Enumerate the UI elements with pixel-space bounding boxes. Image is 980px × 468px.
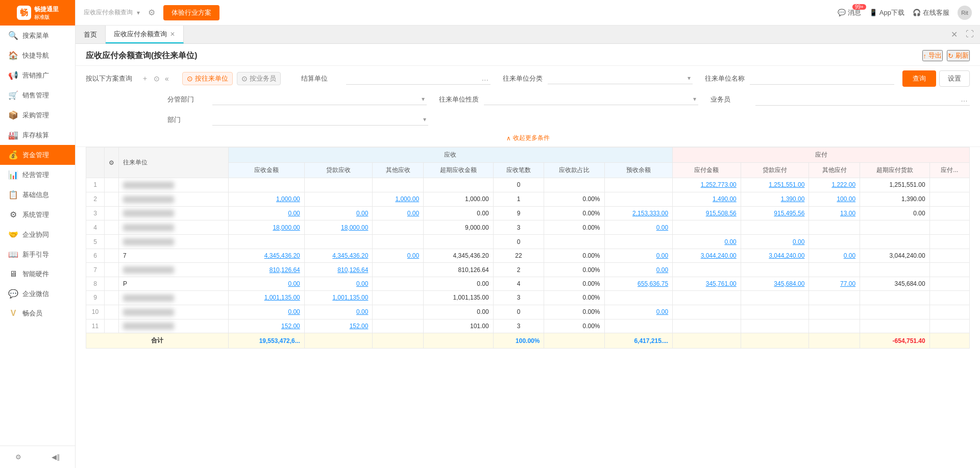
- page-header: 应收应付余额查询(按往来单位) ↑ 导出 ↻ 刷新: [76, 44, 980, 66]
- filter-controls: ＋ ⊙ «: [140, 73, 170, 84]
- sidebar-logo-icon: 畅: [17, 6, 31, 20]
- managed-dept-field: 分管部门 ▾: [167, 91, 427, 107]
- staff-field: 业务员 …: [710, 91, 970, 108]
- staff-dots-icon[interactable]: …: [961, 95, 968, 103]
- tab-close-window-icon[interactable]: ✕: [949, 29, 960, 40]
- sidebar-item-sales[interactable]: 🛒 销售管理: [0, 85, 75, 105]
- tab-expand-icon[interactable]: ⛶: [964, 29, 976, 40]
- header-right: 💬 消息 99+ 📱 App下载 🎧 在线客服 Rit: [838, 6, 972, 20]
- sales-icon: 🛒: [8, 90, 18, 100]
- home-icon: 🏠: [8, 51, 18, 60]
- col-ar-count: 应收笔数: [493, 163, 544, 178]
- hardware-icon: 🖥: [8, 269, 18, 279]
- table-row: 674,345,436.204,345,436.200.004,345,436.…: [86, 249, 970, 263]
- sidebar-settings-btn[interactable]: ⚙: [10, 450, 27, 464]
- scheme-staff-icon: ⊙: [241, 75, 248, 83]
- tab-ar-ap[interactable]: 应收应付余额查询 ✕: [106, 26, 184, 43]
- collapse-button[interactable]: ∧ 收起更多条件: [506, 134, 550, 142]
- table-row: 30.000.000.000.0090.00%2,153,333.00915,5…: [86, 206, 970, 220]
- sidebar-item-vip[interactable]: V 畅会员: [0, 304, 75, 323]
- sidebar-item-system[interactable]: ⚙ 系统管理: [0, 205, 75, 225]
- guide-icon: 📖: [8, 250, 18, 259]
- system-icon: ⚙: [8, 210, 18, 219]
- header-gear-icon[interactable]: ⚙: [146, 6, 157, 19]
- messages-badge: 99+: [852, 4, 866, 10]
- col-settings[interactable]: ⚙: [105, 147, 119, 178]
- table-row: 100.000.000.0000.00%0.00: [86, 305, 970, 319]
- managed-dept-down-icon[interactable]: ▾: [422, 95, 425, 103]
- sidebar-item-search[interactable]: 🔍 搜索菜单: [0, 26, 75, 45]
- total-ap-overdue: -654,751.40: [860, 333, 930, 349]
- action-buttons-top: 查询 设置: [902, 70, 970, 87]
- tab-close-icon[interactable]: ✕: [170, 31, 175, 38]
- sidebar-item-cooperation[interactable]: 🤝 企业协同: [0, 225, 75, 244]
- export-button[interactable]: ↑ 导出: [922, 50, 943, 61]
- basic-icon: 📋: [8, 190, 18, 200]
- table-row: 7810,126.64810,126.64810,126.6420.00%0.0…: [86, 263, 970, 277]
- filter-area: 按以下方案查询 ＋ ⊙ « ⊙ 按往来单位 ⊙ 按业务员: [76, 66, 980, 147]
- unit-nature-field: 往来单位性质 ▾: [439, 91, 698, 107]
- unit-name-input[interactable]: [750, 72, 894, 85]
- inventory-icon: 🏭: [8, 130, 18, 140]
- query-button[interactable]: 查询: [902, 70, 936, 87]
- avatar: Rit: [958, 6, 972, 20]
- scheme-by-unit[interactable]: ⊙ 按往来单位: [182, 72, 233, 85]
- col-ap-loan: 贷款应付: [741, 163, 809, 178]
- unit-nature-down-icon[interactable]: ▾: [693, 95, 696, 103]
- setting-button[interactable]: 设置: [939, 70, 970, 87]
- filter-add-icon[interactable]: ＋: [140, 73, 150, 84]
- col-ar-amount: 应收金额: [228, 163, 304, 178]
- filter-settings-icon[interactable]: ⊙: [153, 73, 161, 84]
- main-content: 首页 应收应付余额查询 ✕ ✕ ⛶ 应收应付余额查询(按往来单位) ↑ 导出 ↻…: [76, 26, 980, 468]
- user-avatar-btn[interactable]: Rit: [958, 6, 972, 20]
- settlement-unit-dots-icon[interactable]: …: [481, 74, 488, 82]
- table-row: 101,252,773.001,251,551.001,222.001,251,…: [86, 178, 970, 192]
- col-ap-suffix: 应付...: [929, 163, 969, 178]
- sidebar-item-inventory[interactable]: 🏭 库存核算: [0, 125, 75, 145]
- scheme-by-staff[interactable]: ⊙ 按业务员: [237, 72, 281, 85]
- tab-bar: 首页 应收应付余额查询 ✕ ✕ ⛶: [76, 26, 980, 44]
- col-ap-amount: 应付金额: [673, 163, 741, 178]
- table-settings-icon[interactable]: ⚙: [109, 159, 114, 166]
- col-ar-prepay: 预收余额: [604, 163, 673, 178]
- total-ar-prepay: 6,417,215....: [604, 333, 673, 349]
- sidebar-item-basic[interactable]: 📋 基础信息: [0, 185, 75, 205]
- col-ar-ratio: 应收款占比: [544, 163, 604, 178]
- total-row: 合计 19,553,472,6... 100.00% 6,417,215....…: [86, 333, 970, 349]
- purchase-icon: 📦: [8, 110, 18, 120]
- app-download-btn[interactable]: 📱 App下载: [869, 8, 904, 17]
- sidebar-item-operations[interactable]: 📊 经营管理: [0, 165, 75, 185]
- app-icon: 📱: [869, 9, 877, 16]
- filter-collapse-icon[interactable]: «: [164, 73, 170, 84]
- scheme-unit-icon: ⊙: [187, 75, 193, 83]
- sidebar-item-guide[interactable]: 📖 新手引导: [0, 244, 75, 264]
- sidebar-item-hardware[interactable]: 🖥 智能硬件: [0, 264, 75, 284]
- promo-button[interactable]: 体验行业方案: [163, 5, 219, 20]
- dept-down-icon[interactable]: ▾: [423, 116, 426, 123]
- sidebar-item-quick[interactable]: 🏠 快捷导航: [0, 45, 75, 65]
- header-title-area: 应收应付余额查询 ▾: [84, 8, 140, 17]
- table-row: 11152.00152.00101.0030.00%: [86, 319, 970, 333]
- refresh-button[interactable]: ↻ 刷新: [947, 50, 970, 61]
- sidebar-item-marketing[interactable]: 📢 营销推广: [0, 65, 75, 85]
- sidebar-item-wechat[interactable]: 💬 企业微信: [0, 284, 75, 304]
- sidebar-item-finance[interactable]: 💰 资金管理: [0, 145, 75, 165]
- sidebar-collapse-btn[interactable]: ◀‖: [46, 450, 65, 464]
- finance-icon: 💰: [8, 150, 18, 160]
- table-row: 91,001,135.001,001,135.001,001,135.0030.…: [86, 290, 970, 305]
- header-chevron-icon[interactable]: ▾: [137, 9, 140, 16]
- filter-row2: 分管部门 ▾ 往来单位性质 ▾ 业务员 …: [167, 91, 970, 108]
- unit-name-field: 往来单位名称: [705, 70, 894, 87]
- messages-btn[interactable]: 💬 消息 99+: [838, 8, 861, 17]
- table-row: 418,000.0018,000.009,000.0030.00%0.00: [86, 220, 970, 235]
- table-row: 21,000.001,000.001,000.0010.00%1,490.001…: [86, 192, 970, 206]
- header-breadcrumb: 应收应付余额查询: [84, 8, 133, 17]
- tab-home[interactable]: 首页: [76, 26, 106, 43]
- sidebar-item-purchase[interactable]: 📦 采购管理: [0, 105, 75, 125]
- col-ap-group: 应付: [673, 147, 970, 163]
- export-icon: ↑: [923, 52, 927, 60]
- online-service-btn[interactable]: 🎧 在线客服: [913, 8, 949, 17]
- sidebar: 畅 畅捷通里 标准版 🔍 搜索菜单 🏠 快捷导航 📢 营销推广 🛒 销售管理 📦…: [0, 0, 76, 468]
- cooperation-icon: 🤝: [8, 230, 18, 239]
- unit-category-down-icon[interactable]: ▾: [688, 75, 691, 82]
